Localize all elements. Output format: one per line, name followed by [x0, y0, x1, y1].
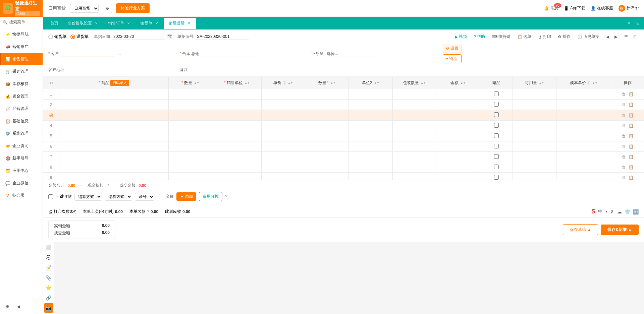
quantity2-cell[interactable]: [305, 162, 349, 173]
rsb-scan[interactable]: 📷: [44, 303, 53, 313]
history-btn[interactable]: 🕐 历史单据: [575, 33, 601, 41]
available-cell[interactable]: [513, 89, 556, 100]
available-cell[interactable]: [513, 152, 556, 162]
quantity-cell[interactable]: [169, 162, 212, 173]
package-qty-cell[interactable]: [392, 100, 436, 110]
fee-btn[interactable]: 费用分摊: [199, 192, 222, 201]
available-cell[interactable]: [513, 173, 556, 180]
tab-sale-price[interactable]: 售价提取设置 ✕: [63, 18, 103, 29]
cost-price-cell[interactable]: [556, 131, 611, 141]
price-cell[interactable]: [261, 131, 305, 141]
warehouse-input[interactable]: [201, 51, 255, 57]
payment-method-select[interactable]: 结算方式: [74, 193, 102, 201]
gift-checkbox[interactable]: [494, 133, 499, 138]
quantity2-cell[interactable]: [305, 121, 349, 131]
tab-close-icon[interactable]: ✕: [126, 21, 131, 25]
gift-checkbox[interactable]: [494, 144, 499, 148]
add-payment-btn[interactable]: ＋ 添加: [176, 192, 196, 201]
calendar-icon[interactable]: 📅: [167, 35, 172, 39]
price-cell[interactable]: [261, 162, 305, 173]
product-cell[interactable]: [59, 141, 169, 152]
amount-cell[interactable]: [436, 89, 480, 100]
unit-cell[interactable]: [212, 162, 262, 173]
pkg-sort[interactable]: ▲▼: [421, 81, 426, 84]
sidebar-item-inventory[interactable]: 📦 库存核算: [0, 78, 43, 90]
gift-checkbox[interactable]: [494, 175, 499, 180]
cost-price-cell[interactable]: [556, 89, 611, 100]
price-cell[interactable]: [261, 141, 305, 152]
date-input[interactable]: [112, 34, 165, 40]
sidebar-item-operation[interactable]: 📈 经营管理: [0, 103, 43, 115]
sidebar-item-finance[interactable]: 💰 资金管理: [0, 90, 43, 103]
unit2-cell[interactable]: [349, 110, 392, 121]
unit2-sort[interactable]: ▲▼: [374, 81, 379, 84]
unit2-cell[interactable]: [349, 100, 392, 110]
copy-row-btn[interactable]: 📋: [628, 164, 634, 170]
save-new-btn[interactable]: 保存&新增 ▲: [601, 225, 639, 235]
package-qty-cell[interactable]: [392, 162, 436, 173]
copy-row-btn[interactable]: 📋: [628, 154, 634, 160]
avail-sort[interactable]: ▲▼: [539, 81, 544, 84]
add-logistics-btn[interactable]: + 物流: [443, 54, 462, 63]
tab-close-icon[interactable]: ✕: [154, 21, 159, 25]
delete-row-btn[interactable]: 🗑: [621, 112, 627, 118]
address-input[interactable]: [66, 67, 120, 73]
copy-row-btn[interactable]: 📋: [628, 112, 634, 118]
amount-cell[interactable]: [436, 162, 480, 173]
unit-cell[interactable]: [212, 89, 262, 100]
rsb-share[interactable]: 🔗: [44, 293, 53, 303]
cost-price-cell[interactable]: [556, 152, 611, 162]
cost-price-cell[interactable]: [556, 141, 611, 152]
sidebar-item-shortcut[interactable]: ⚡ 快捷导航: [0, 28, 43, 41]
grid-view-btn[interactable]: ⊞: [631, 34, 639, 40]
product-cell[interactable]: [59, 100, 169, 110]
online-service-btn[interactable]: 👤 在线客服: [591, 5, 613, 11]
quantity2-cell[interactable]: [305, 110, 349, 121]
doc-num-input[interactable]: [196, 34, 249, 40]
rsb-note[interactable]: 📝: [44, 263, 53, 272]
cost-sort[interactable]: ▲▼: [592, 81, 598, 84]
sidebar-item-apps[interactable]: 🗂️ 应用中心: [0, 165, 43, 177]
experience-btn[interactable]: 体验行业方案: [116, 3, 150, 13]
salesperson-ellipsis[interactable]: ...: [381, 51, 387, 56]
copy-row-btn[interactable]: 📋: [628, 143, 634, 149]
quantity-cell[interactable]: [169, 152, 212, 162]
sidebar-item-purchase[interactable]: 🛒 采购管理: [0, 65, 43, 78]
delete-row-btn[interactable]: 🗑: [621, 143, 627, 149]
address-ellipsis[interactable]: ...: [122, 68, 128, 72]
quantity-cell[interactable]: [169, 121, 212, 131]
unit2-cell[interactable]: [349, 152, 392, 162]
quantity2-cell[interactable]: [305, 100, 349, 110]
th-settings[interactable]: ⚙: [43, 77, 59, 89]
select-btn[interactable]: 📋 选单: [515, 33, 533, 41]
collapse-btn[interactable]: ◀: [13, 302, 23, 311]
tab-sale-return[interactable]: 销货退货 ✕: [164, 18, 196, 29]
price-cell[interactable]: [261, 152, 305, 162]
gift-checkbox[interactable]: [494, 102, 499, 107]
sidebar-item-enterprise[interactable]: 🤝 企业协同: [0, 140, 43, 152]
available-cell[interactable]: [513, 141, 556, 152]
fee-help-icon[interactable]: ?: [225, 194, 227, 199]
package-qty-cell[interactable]: [392, 89, 436, 100]
unit2-cell[interactable]: [349, 89, 392, 100]
package-qty-cell[interactable]: [392, 141, 436, 152]
shortcuts-btn[interactable]: ⌨ 快捷键: [490, 33, 513, 41]
quantity2-cell[interactable]: [305, 152, 349, 162]
gift-checkbox[interactable]: [494, 165, 499, 169]
add-row-icon[interactable]: ⊕: [49, 112, 53, 118]
copy-row-btn[interactable]: 📋: [628, 123, 634, 129]
radio-sale[interactable]: 销货单: [48, 34, 66, 40]
unit2-cell[interactable]: [349, 162, 392, 173]
topbar-settings-btn[interactable]: ⚙: [103, 4, 112, 13]
product-cell[interactable]: [59, 152, 169, 162]
calc-method-select[interactable]: 结算方式: [105, 193, 132, 201]
gift-checkbox[interactable]: [494, 91, 499, 96]
account-select[interactable]: 账号: [135, 193, 154, 201]
quantity-cell[interactable]: [169, 110, 212, 121]
unit-cell[interactable]: [212, 131, 262, 141]
sidebar-item-guide[interactable]: 🎯 新手引导: [0, 152, 43, 165]
sidebar-item-vip[interactable]: V 畅会员: [0, 189, 43, 202]
product-cell[interactable]: [59, 173, 169, 180]
price-cell[interactable]: [261, 89, 305, 100]
delete-row-btn[interactable]: 🗑: [621, 133, 627, 139]
